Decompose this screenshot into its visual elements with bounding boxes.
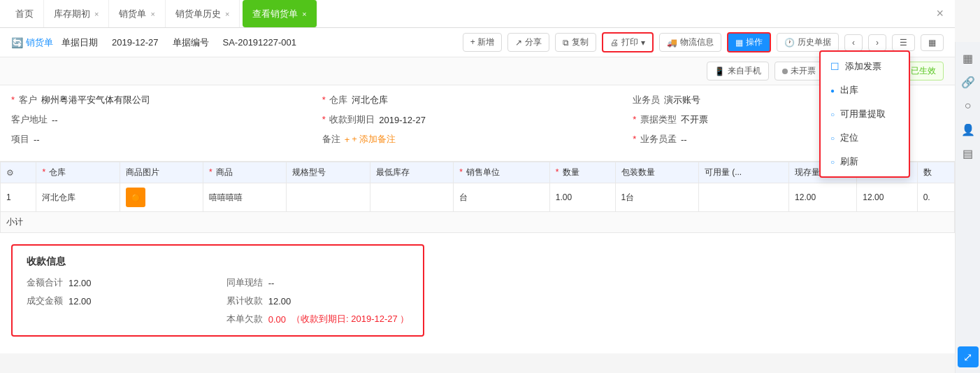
salesperson-value: -- — [681, 134, 687, 145]
tab-view-sales[interactable]: 查看销货单 × — [243, 0, 317, 27]
logistics-button[interactable]: 🚚 物流信息 — [659, 33, 721, 52]
logistics-icon: 🚚 — [667, 38, 677, 48]
close-window-button[interactable]: × — [930, 6, 949, 20]
doc-type-icon: 🔄 — [11, 37, 23, 48]
locate-icon: ○ — [830, 134, 835, 142]
add-note-button[interactable]: + + 添加备注 — [345, 133, 396, 146]
total-amount-row: 金额合计 12.00 — [27, 276, 210, 289]
dropdown-locate[interactable]: ○ 定位 — [821, 126, 909, 150]
address-value: -- — [52, 115, 58, 125]
history-icon: 🕐 — [784, 38, 795, 48]
due-date-value: 2019-12-27 — [379, 115, 426, 125]
due-date-field: * 收款到期日 2019-12-27 — [322, 113, 633, 126]
sidebar-link-icon[interactable]: 🔗 — [958, 71, 979, 92]
sidebar-circle-icon[interactable]: ○ — [958, 95, 979, 116]
same-order-val: -- — [268, 278, 275, 288]
col-unit: * 销售单位 — [454, 162, 550, 183]
col-image: 商品图片 — [120, 162, 203, 183]
dropdown-outbound[interactable]: ● 出库 — [821, 78, 909, 102]
sidebar-grid-icon[interactable]: ▤ — [958, 143, 979, 164]
staff-value: 演示账号 — [664, 94, 700, 106]
doc-date-value: 2019-12-27 — [112, 37, 159, 48]
deal-amount-row: 成交金额 12.00 — [27, 295, 210, 307]
doc-number-label: 单据编号 — [173, 36, 209, 49]
table-header-row: ⚙ * 仓库 商品图片 * 商品 规格型号 最低库存 * 销售单位 * 数量 包… — [1, 162, 955, 183]
close-tab-view[interactable]: × — [302, 10, 306, 18]
outbound-icon: ● — [830, 87, 835, 94]
cumulative-val: 12.00 — [268, 296, 291, 307]
sidebar-user-icon[interactable]: 👤 — [958, 119, 979, 140]
note-field: 备注 + + 添加备注 — [322, 133, 633, 146]
table-area: ⚙ * 仓库 商品图片 * 商品 规格型号 最低库存 * 销售单位 * 数量 包… — [0, 162, 955, 233]
tab-home[interactable]: 首页 — [6, 0, 44, 27]
copy-button[interactable]: ⧉ 复制 — [555, 33, 596, 52]
address-field: 客户地址 -- — [11, 113, 322, 126]
col-settings[interactable]: ⚙ — [1, 162, 36, 183]
row-amount: 0. — [917, 183, 954, 212]
view-grid-button[interactable]: ▦ — [921, 34, 944, 51]
col-available: 可用量 (... — [698, 162, 788, 183]
row-current-stock: 12.00 — [789, 183, 857, 212]
view-list-button[interactable]: ☰ — [892, 34, 915, 51]
toolbar-row: 📱 来自手机 未开票 ✓ 已核销 已生效 — [0, 57, 955, 85]
tab-sales-history[interactable]: 销货单历史 × — [166, 0, 240, 27]
row-quantity: 1.00 — [549, 183, 615, 212]
operation-button[interactable]: ▦ 操作 — [727, 32, 771, 52]
current-due-row: 本单欠款 0.00 （收款到期日: 2019-12-27 ） — [226, 313, 410, 325]
qty-extract-icon: ○ — [830, 111, 835, 118]
tab-inventory-init[interactable]: 库存期初 × — [44, 0, 109, 27]
col-warehouse: * 仓库 — [36, 162, 120, 183]
history-button[interactable]: 🕐 历史单据 — [777, 33, 839, 52]
form-area: * 客户 柳州粤港平安气体有限公司 * 仓库 河北仓库 业务员 演示账号 客户地… — [0, 85, 955, 162]
sidebar-expand-icon[interactable]: ⤢ — [958, 346, 979, 353]
current-due-val: 0.00 — [268, 314, 286, 325]
doc-meta: 单据日期 2019-12-27 单据编号 SA-20191227-001 — [62, 36, 296, 49]
warehouse-value: 河北仓库 — [352, 94, 388, 106]
dropdown-qty-extract[interactable]: ○ 可用量提取 — [821, 102, 909, 126]
phone-icon: 📱 — [714, 66, 725, 76]
row-product: 嘻嘻嘻嘻 — [203, 183, 287, 212]
sidebar-layout-icon[interactable]: ▦ — [958, 48, 979, 69]
doc-number-value: SA-20191227-001 — [223, 37, 297, 48]
close-tab-inventory[interactable]: × — [94, 10, 99, 18]
next-button[interactable]: › — [868, 34, 886, 51]
print-button[interactable]: 🖨 打印 ▾ — [602, 32, 654, 52]
row-unit: 台 — [454, 183, 550, 212]
subtotal-row: 小计 — [1, 212, 955, 233]
new-button[interactable]: + 新增 — [463, 33, 502, 52]
col-amount: 数 — [917, 162, 954, 183]
doc-actions: + 新增 ↗ 分享 ⧉ 复制 🖨 打印 ▾ 🚚 物流信息 ▦ 操作 — [463, 32, 944, 52]
close-tab-sales[interactable]: × — [150, 10, 154, 18]
operation-grid-icon: ▦ — [735, 38, 743, 48]
settings-gear-icon[interactable]: ⚙ — [6, 168, 14, 178]
row-unit-price: 12.00 — [857, 183, 917, 212]
row-warehouse: 河北仓库 — [36, 183, 120, 212]
share-button[interactable]: ↗ 分享 — [507, 33, 549, 52]
from-phone-button[interactable]: 📱 来自手机 — [707, 62, 769, 80]
prev-button[interactable]: ‹ — [844, 34, 863, 51]
col-product: * 商品 — [203, 162, 287, 183]
dropdown-refresh[interactable]: ○ 刷新 — [821, 150, 909, 174]
project-field: 项目 -- — [11, 133, 322, 146]
subtotal-cell: 小计 — [1, 212, 955, 233]
customer-field: * 客户 柳州粤港平安气体有限公司 — [11, 94, 322, 106]
doc-date-label: 单据日期 — [62, 36, 98, 49]
doc-type: 🔄 销货单 — [11, 36, 53, 49]
add-invoice-icon: ☐ — [830, 61, 840, 72]
summary-grid: 金额合计 12.00 成交金额 12.00 同单现结 -- 累计收款 — [27, 276, 409, 325]
product-thumbnail: 🟠 — [126, 188, 145, 207]
tab-sales-order[interactable]: 销货单 × — [109, 0, 165, 27]
dropdown-add-invoice[interactable]: ☐ 添加发票 — [821, 55, 909, 78]
row-pack-qty: 1台 — [615, 183, 698, 212]
not-open-button[interactable]: 未开票 — [774, 62, 823, 80]
row-image: 🟠 — [120, 183, 203, 212]
row-spec — [287, 183, 370, 212]
row-index: 1 — [1, 183, 36, 212]
doc-header: 🔄 销货单 单据日期 2019-12-27 单据编号 SA-20191227-0… — [0, 28, 955, 57]
refresh-icon: ○ — [830, 158, 835, 166]
total-amount-val: 12.00 — [69, 278, 92, 288]
plus-icon: + — [345, 134, 350, 145]
same-order-row: 同单现结 -- — [226, 276, 410, 289]
close-tab-history[interactable]: × — [225, 10, 229, 18]
dropdown-menu: ☐ 添加发票 ● 出库 ○ 可用量提取 ○ 定位 ○ 刷新 — [819, 50, 910, 178]
